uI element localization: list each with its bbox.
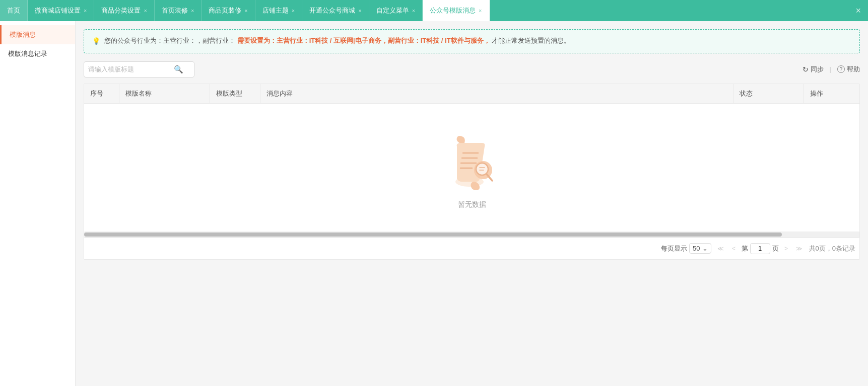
nav-tab-home-decor-label: 首页装修 <box>162 6 188 15</box>
nav-tab-shop-theme[interactable]: 店铺主题 × <box>255 0 302 21</box>
empty-illustration <box>442 134 502 194</box>
nav-tab-home-label: 首页 <box>7 6 20 15</box>
nav-tab-template-msg[interactable]: 公众号模版消息 × <box>423 0 489 21</box>
empty-state: 暂无数据 <box>84 104 859 229</box>
close-icon[interactable]: × <box>412 8 415 14</box>
help-button[interactable]: ? 帮助 <box>837 65 860 74</box>
table-header: 序号 模版名称 模版类型 消息内容 状态 操作 <box>84 84 859 104</box>
sync-label: 同步 <box>811 65 824 74</box>
data-table: 序号 模版名称 模版类型 消息内容 状态 操作 <box>84 84 860 260</box>
close-icon[interactable]: × <box>144 8 147 14</box>
nav-tab-custom-menu[interactable]: 自定义菜单 × <box>369 0 423 21</box>
last-page-button[interactable]: ≫ <box>794 243 805 254</box>
next-page-button[interactable]: > <box>781 243 792 254</box>
page-size-label: 每页显示 <box>661 244 687 253</box>
page-size-dropdown[interactable]: 50 ⌄ <box>689 243 711 254</box>
chevron-down-icon: ⌄ <box>702 245 708 252</box>
nav-tab-template-msg-label: 公众号模版消息 <box>430 6 476 15</box>
page-size-select: 每页显示 50 ⌄ <box>661 243 711 254</box>
nav-tab-category-setting[interactable]: 商品分类设置 × <box>94 0 154 21</box>
top-nav: 首页 微商城店铺设置 × 商品分类设置 × 首页装修 × 商品页装修 × 店铺主… <box>0 0 868 21</box>
nav-tab-home-decor[interactable]: 首页装修 × <box>155 0 202 21</box>
info-banner-text: 您的公众号行业为：主营行业：，副营行业： 需要设置为：主营行业：IT科技 / 互… <box>104 36 570 46</box>
nav-tab-shop-theme-label: 店铺主题 <box>262 6 289 15</box>
sidebar-item-template-msg[interactable]: 模版消息 <box>0 25 75 44</box>
help-icon: ? <box>837 65 845 73</box>
nav-tab-custom-menu-label: 自定义菜单 <box>376 6 409 15</box>
search-input-wrap[interactable]: 🔍 <box>84 61 194 78</box>
bulb-icon: 💡 <box>92 36 100 47</box>
page-size-value: 50 <box>693 245 700 252</box>
nav-tab-open-mall-label: 开通公众号商城 <box>309 6 355 15</box>
sync-icon: ↻ <box>803 65 809 73</box>
sidebar: 模版消息 模版消息记录 <box>0 21 76 386</box>
search-icon[interactable]: 🔍 <box>174 65 183 74</box>
close-icon[interactable]: × <box>244 8 247 14</box>
nav-tab-category-setting-label: 商品分类设置 <box>101 6 141 15</box>
pagination: 每页显示 50 ⌄ ≪ < 第 页 > ≫ 共0页，0条记录 <box>84 238 859 259</box>
nav-tab-shop-setting-label: 微商城店铺设置 <box>35 6 81 15</box>
info-banner: 💡 您的公众号行业为：主营行业：，副营行业： 需要设置为：主营行业：IT科技 /… <box>84 29 860 53</box>
info-prefix: 您的公众号行业为：主营行业：，副营行业： <box>104 37 235 44</box>
th-seq: 序号 <box>84 84 119 103</box>
horizontal-scrollbar[interactable] <box>84 231 859 238</box>
sidebar-item-template-msg-log-label: 模版消息记录 <box>8 50 47 57</box>
nav-tab-home[interactable]: 首页 <box>0 0 28 21</box>
nav-tab-shop-setting[interactable]: 微商城店铺设置 × <box>28 0 94 21</box>
search-input[interactable] <box>88 65 174 73</box>
th-action: 操作 <box>804 84 859 103</box>
close-icon[interactable]: × <box>358 8 361 14</box>
empty-text: 暂无数据 <box>458 200 486 209</box>
page-prefix-label: 第 <box>742 244 748 253</box>
close-icon[interactable]: × <box>84 8 87 14</box>
divider: | <box>830 65 831 73</box>
page-number-input[interactable] <box>750 243 770 254</box>
page-nav: ≪ < 第 页 > ≫ <box>715 243 805 254</box>
sidebar-item-template-msg-label: 模版消息 <box>10 31 36 38</box>
info-suffix: 才能正常发送预置的消息。 <box>492 37 570 44</box>
page-unit-label: 页 <box>772 244 779 253</box>
nav-tab-open-mall[interactable]: 开通公众号商城 × <box>302 0 369 21</box>
content-area: 💡 您的公众号行业为：主营行业：，副营行业： 需要设置为：主营行业：IT科技 /… <box>76 21 868 386</box>
info-highlight: 需要设置为：主营行业：IT科技 / 互联网|电子商务，副营行业：IT科技 / I… <box>237 37 490 44</box>
th-status: 状态 <box>733 84 804 103</box>
search-actions: ↻ 同步 | ? 帮助 <box>803 65 860 74</box>
sync-button[interactable]: ↻ 同步 <box>803 65 824 74</box>
sidebar-item-template-msg-log[interactable]: 模版消息记录 <box>0 44 75 63</box>
th-name: 模版名称 <box>119 84 210 103</box>
prev-page-button[interactable]: < <box>728 243 740 254</box>
close-icon[interactable]: × <box>479 8 482 14</box>
main-layout: 模版消息 模版消息记录 💡 您的公众号行业为：主营行业：，副营行业： 需要设置为… <box>0 21 868 386</box>
close-icon[interactable]: × <box>191 8 194 14</box>
th-content: 消息内容 <box>260 84 733 103</box>
first-page-button[interactable]: ≪ <box>715 243 726 254</box>
scrollbar-thumb[interactable] <box>84 233 782 237</box>
nav-tab-product-decor-label: 商品页装修 <box>209 6 241 15</box>
nav-tab-product-decor[interactable]: 商品页装修 × <box>202 0 255 21</box>
total-info: 共0页，0条记录 <box>809 244 855 253</box>
close-all-button[interactable]: × <box>848 6 868 16</box>
close-icon[interactable]: × <box>292 8 295 14</box>
search-bar: 🔍 ↻ 同步 | ? 帮助 <box>84 61 860 78</box>
help-label: 帮助 <box>847 65 860 74</box>
th-type: 模版类型 <box>210 84 260 103</box>
